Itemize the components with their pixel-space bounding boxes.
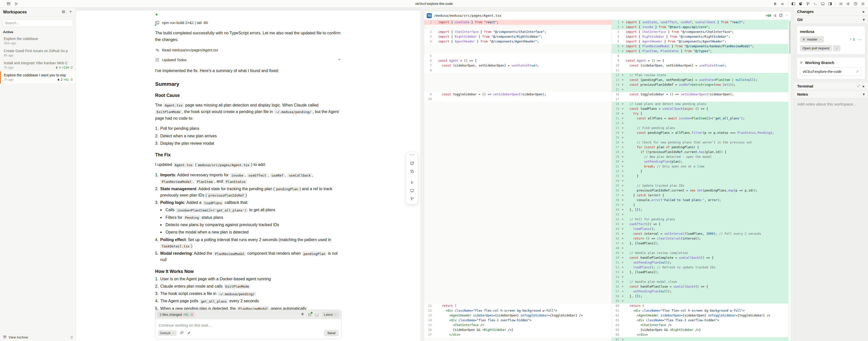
line-number: 4	[424, 39, 434, 44]
line-number: 35	[612, 183, 622, 188]
tool-call-read-file[interactable]: Read medusa/src/pages/Agent.tsx	[155, 48, 341, 52]
monitor-icon[interactable]	[821, 2, 825, 6]
spark-icon[interactable]	[301, 312, 304, 317]
model-dropdown[interactable]: Default	[158, 330, 177, 336]
line-number: 9	[424, 92, 434, 97]
gear-icon[interactable]	[861, 2, 865, 6]
expand-icon[interactable]	[857, 84, 860, 89]
chevron-down-icon[interactable]	[337, 57, 341, 62]
diff-code-row: 21+ const allPlans = await invoke<PlanIt…	[612, 116, 788, 121]
changes-label: Changes	[797, 9, 814, 14]
scrollbar[interactable]	[788, 20, 791, 341]
message-input[interactable]	[159, 323, 338, 327]
numbered-list-item: 2.Claude enters plan mode and calls Exit…	[155, 283, 341, 289]
copy-icon[interactable]	[410, 169, 414, 175]
diff-code-row: 63 <div className="flex flex-1 overflow-…	[612, 318, 788, 323]
numbered-list-item: 4.The Agent page polls get_all_plans eve…	[155, 298, 341, 304]
diff-code-row: 13 <AgentHeader sidebarOpen={sidebarOpen…	[424, 313, 611, 318]
workspace-list-item[interactable]: Explore the codebase 35m ago	[0, 35, 76, 47]
monitor-icon[interactable]	[410, 188, 414, 194]
panel-left-icon[interactable]	[791, 2, 795, 6]
pie-icon[interactable]	[799, 2, 803, 6]
tool-call-run-build[interactable]: npm run build 2>&1 | tail -80	[155, 21, 341, 25]
line-number: 17	[612, 97, 622, 102]
notes-section-header[interactable]: Notes ▾	[794, 90, 868, 98]
diff-code-row: 11	[612, 68, 788, 73]
panel-right-icon[interactable]	[828, 2, 832, 6]
notification-dot	[311, 312, 313, 314]
paperclip-icon[interactable]	[180, 331, 184, 336]
diff-code-row: 6const Agent = () => {	[424, 58, 611, 63]
help-icon[interactable]	[854, 2, 858, 6]
open-pull-request-button[interactable]: Open pull request	[800, 45, 832, 51]
archive-icon	[3, 335, 7, 339]
changes-section-header[interactable]: Changes ▸	[794, 8, 868, 16]
status-dot	[155, 24, 156, 26]
workspace-list-item[interactable]: Create Good First Issues on Github So p …	[0, 47, 76, 59]
line-number: 17	[424, 332, 434, 337]
pr-options-caret[interactable]	[833, 45, 840, 51]
layers-icon[interactable]	[61, 10, 66, 15]
workspace-list-item[interactable]: Install and integrate Vibe Kanban Web C …	[0, 59, 76, 71]
diff-filler-row	[424, 73, 611, 78]
terminal-icon	[155, 21, 159, 25]
workspace-stats: 4+134-2	[55, 66, 73, 69]
more-options-icon[interactable]: ⋯	[858, 37, 862, 41]
megaphone-icon[interactable]	[846, 2, 850, 6]
sign-out-icon[interactable]	[14, 2, 19, 6]
line-number: 46	[612, 236, 622, 241]
diff-code-row: 57+ setPendingPlan(null);	[612, 289, 788, 294]
play-icon[interactable]	[410, 180, 414, 186]
diff-icon[interactable]	[779, 13, 783, 18]
notes-label: Notes	[797, 92, 808, 97]
diff-filler-row	[424, 130, 611, 135]
line-number: 11	[612, 68, 622, 73]
git-branch-icon[interactable]	[806, 2, 810, 6]
archive-icon[interactable]	[7, 2, 11, 6]
diff-filler-row	[424, 255, 611, 260]
collapse-up-icon[interactable]	[780, 2, 784, 6]
right-panel: Changes ▸ Git ▾ medusa master	[794, 8, 868, 341]
chevron-down-icon[interactable]	[785, 14, 788, 18]
diff-code-row: 36+ previousPlanIdsRef.current = new Set…	[612, 188, 788, 193]
menu-icon[interactable]	[839, 2, 843, 6]
diff-panel: TS /medusa/medusa/src/pages/Agent.tsx +5…	[421, 8, 794, 341]
composer-input-area[interactable]	[155, 319, 341, 330]
search-box[interactable]	[3, 19, 73, 27]
version-dropdown[interactable]: Latest	[322, 312, 339, 317]
pen-icon[interactable]	[187, 331, 191, 336]
workspace-list-item[interactable]: Explore the codebase I want you to exp 7…	[0, 71, 76, 84]
branch-dropdown[interactable]: master	[800, 36, 824, 42]
add-workspace-button[interactable]	[69, 10, 73, 15]
diff-code-row: 10 const [sidebarOpen, setSidebarOpen] =…	[612, 63, 788, 68]
diff-filler-row	[424, 183, 611, 188]
diff-code-row: 19+ const loadPlans = useCallback(async …	[612, 106, 788, 111]
search-input[interactable]	[5, 21, 71, 25]
diff-icon[interactable]	[410, 161, 414, 166]
line-number: 63	[612, 318, 622, 323]
diff-filler-row	[424, 169, 611, 174]
pencil-icon[interactable]	[856, 69, 859, 73]
diff-filler-row	[424, 260, 611, 265]
drag-handle-dots[interactable]	[410, 154, 414, 155]
pause-icon[interactable]	[773, 2, 777, 6]
terminal-icon[interactable]	[813, 2, 817, 6]
working-branch-field[interactable]: vk/3ccf-explore-the-code	[800, 67, 862, 76]
git-section-header[interactable]: Git ▾	[794, 16, 868, 24]
terminal-section-header[interactable]: Terminal ▸	[794, 82, 868, 90]
view-archive-button[interactable]: View Archive 0	[0, 333, 76, 341]
line-number: 13	[612, 78, 622, 83]
inline-code: PlanReviewModal	[160, 179, 193, 184]
todos-icon[interactable]	[308, 313, 312, 317]
scrollbar-thumb[interactable]	[789, 21, 790, 54]
tool-call-updated-todos[interactable]: Updated Todos	[155, 57, 341, 62]
notes-placeholder[interactable]: Add notes about this workspace...	[794, 98, 868, 110]
inline-code: invoke	[230, 173, 245, 178]
send-button[interactable]: Send	[324, 330, 339, 336]
files-changed-badge[interactable]: 2 files changed +61 -3	[157, 312, 195, 317]
git-branch-icon[interactable]	[410, 196, 414, 202]
diff-code-row: 66 </div>	[612, 332, 788, 337]
diff-code-row: 52+ loadPlans(); // Refresh to update tr…	[612, 265, 788, 270]
inline-code: ExitPlanMode	[155, 110, 182, 114]
spinner-icon	[315, 313, 319, 316]
